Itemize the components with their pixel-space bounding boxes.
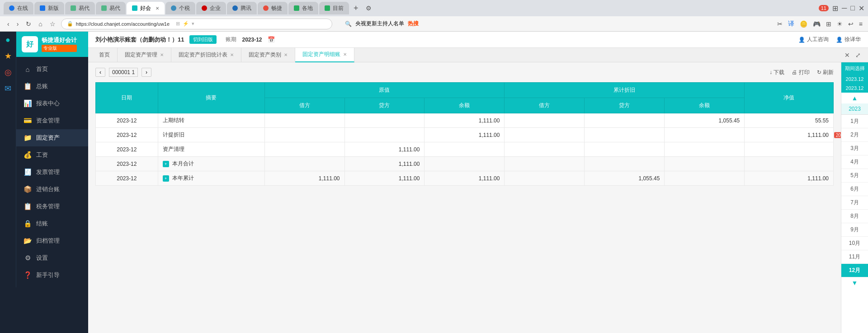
sidebar-item-fixed-assets[interactable]: 📁 固定资产 [16, 129, 88, 146]
user-button[interactable]: 👤 徐译华 [836, 36, 861, 43]
tab-favicon-yidai2 [101, 5, 107, 11]
browser-tab-geshui[interactable]: 个税 [165, 2, 195, 14]
tab-favicon-haohui [132, 5, 137, 11]
row2-summary[interactable]: 计提折旧 [158, 128, 264, 142]
forward-button[interactable]: › [15, 19, 21, 28]
period-month-5[interactable]: 5月 [841, 169, 868, 183]
bookmark-button[interactable]: ☆ [48, 19, 57, 28]
hot-search-label[interactable]: 热搜 [408, 20, 419, 28]
sidebar-item-payroll[interactable]: 💰 工资 [16, 146, 88, 164]
refresh-button[interactable]: ↻ 刷新 [817, 69, 834, 76]
browser-tab-changjie[interactable]: 畅捷 [258, 2, 288, 14]
browser-tab-qiye[interactable]: 企业 [196, 2, 226, 14]
period-month-9[interactable]: 9月 [841, 223, 868, 237]
page-tab-detail-label: 固定资产明细账 [302, 51, 340, 58]
close-window-icon[interactable]: ✕ [859, 4, 864, 13]
period-month-11[interactable]: 11月 [841, 250, 868, 264]
new-tab-button[interactable]: + [350, 4, 362, 13]
sidebar-item-closing[interactable]: 🔒 结账 [16, 215, 88, 232]
page-tab-asset-category[interactable]: 固定资产类别 ✕ [241, 48, 295, 62]
back-button[interactable]: ‹ [5, 19, 11, 28]
browser-tab-yidai1[interactable]: 易代 [65, 2, 95, 14]
undo-icon[interactable]: ↩ [848, 20, 854, 28]
sidebar-extra-icon-4[interactable]: ✉ [5, 84, 11, 94]
home-button[interactable]: ⌂ [37, 19, 44, 28]
sidebar-extra-icon-3[interactable]: ◎ [5, 67, 12, 77]
logo-symbol: 好 [26, 40, 33, 49]
scissors-icon[interactable]: ✂ [777, 20, 783, 28]
report-icon: 📊 [24, 99, 32, 108]
page-tab-category-close[interactable]: ✕ [284, 52, 288, 57]
tab-favicon-tengxun [232, 5, 238, 11]
reload-button[interactable]: ↻ [24, 19, 33, 28]
download-button[interactable]: ↓ 下载 [769, 69, 784, 76]
sidebar-extra-icon-2[interactable]: ★ [5, 51, 12, 61]
payroll-icon: 💰 [24, 151, 32, 159]
expand-icon[interactable]: ⤢ [855, 52, 861, 59]
browser-tab-haohui[interactable]: 好会 ✕ [127, 2, 165, 14]
period-month-1[interactable]: 1月 [841, 115, 868, 128]
period-month-8[interactable]: 8月 [841, 210, 868, 223]
page-tab-asset-management[interactable]: 固定资产管理 ✕ [118, 48, 171, 62]
app-container: ● ★ ◎ ✉ 好 畅捷通好会计 专业版 ⌂ [0, 32, 868, 333]
browser-tab-muqian[interactable]: 目前 [319, 2, 349, 14]
browser-toolbar: ‹ › ↻ ⌂ ☆ 🔒 https://cloud.chanjet.com/ac… [0, 16, 868, 32]
settings-icon[interactable]: ⚙ [363, 5, 374, 12]
sidebar-item-tax[interactable]: 📋 税务管理 [16, 198, 88, 215]
period-month-6[interactable]: 6月 [841, 183, 868, 196]
row1-summary[interactable]: 上期结转 [158, 113, 264, 128]
menu-icon[interactable]: ≡ [859, 20, 863, 28]
period-month-7[interactable]: 7月 [841, 196, 868, 210]
sidebar-item-invoice[interactable]: 🧾 发票管理 [16, 164, 88, 181]
browser-tab-new[interactable]: 新版 [34, 2, 64, 14]
maximize-icon[interactable]: □ [850, 4, 855, 12]
sidebar-item-settings[interactable]: ⚙ 设置 [16, 249, 88, 267]
period-month-10[interactable]: 10月 [841, 237, 868, 250]
coin-icon[interactable]: 🪙 [800, 20, 807, 28]
sidebar-item-guide[interactable]: ❓ 新手引导 [16, 267, 88, 284]
notification-badge[interactable]: 11 [819, 5, 829, 11]
period-scroll-up[interactable]: ▲ [841, 93, 868, 103]
table-row: 2023-12 资产清理 1,111.00 [96, 142, 834, 157]
consult-button[interactable]: 👤 人工咨询 [798, 36, 829, 43]
browser-tab-tengxun[interactable]: 腾讯 [227, 2, 257, 14]
sidebar-item-report-center[interactable]: 📊 报表中心 [16, 95, 88, 112]
sidebar-extra-icon-1[interactable]: ● [5, 35, 10, 45]
page-tab-detail-close[interactable]: ✕ [343, 52, 347, 57]
period-scroll-down[interactable]: ▼ [841, 277, 868, 288]
grid-icon[interactable]: ⊞ [826, 20, 831, 28]
translate-icon[interactable]: 译 [788, 20, 794, 28]
period-month-2[interactable]: 2月 [841, 128, 868, 142]
sidebar-item-archive[interactable]: 📂 归档管理 [16, 232, 88, 249]
period-month-12[interactable]: 12月 [841, 264, 868, 277]
page-tab-depr-stats-close[interactable]: ✕ [230, 52, 234, 57]
close-all-tabs-icon[interactable]: ✕ [844, 52, 850, 59]
sidebar-item-home[interactable]: ⌂ 首页 [16, 61, 88, 78]
print-button[interactable]: 🖨 打印 [792, 69, 809, 76]
page-tab-depreciation-stats[interactable]: 固定资产折旧统计表 ✕ [171, 48, 241, 62]
browser-tab-online[interactable]: 在线 [4, 2, 33, 14]
row3-net-value [745, 142, 834, 157]
switch-version-button[interactable]: 切到旧版 [189, 35, 217, 44]
period-year[interactable]: 2023 [841, 103, 868, 115]
page-tab-asset-detail[interactable]: 固定资产明细账 ✕ [295, 48, 354, 62]
tab-close-haohui[interactable]: ✕ [156, 6, 159, 11]
row3-summary[interactable]: 资产清理 [158, 142, 264, 157]
sidebar-item-fund-management[interactable]: 💳 资金管理 [16, 112, 88, 129]
prev-page-button[interactable]: ‹ [95, 68, 105, 77]
next-page-button[interactable]: › [142, 68, 151, 77]
brightness-icon[interactable]: ☀ [837, 20, 843, 28]
minimize-icon[interactable]: ─ [842, 4, 847, 12]
gamepad-icon[interactable]: 🎮 [813, 20, 821, 28]
sidebar-item-purchase-sales[interactable]: 📦 进销台账 [16, 181, 88, 198]
browser-tab-gedi[interactable]: 各地 [288, 2, 318, 14]
address-bar[interactable]: 🔒 https://cloud.chanjet.com/accounting/u… [61, 19, 332, 29]
period-month-3[interactable]: 3月 [841, 142, 868, 155]
period-month-4[interactable]: 4月 [841, 155, 868, 169]
logo-icon: 好 [22, 36, 38, 52]
page-tab-asset-mgmt-close[interactable]: ✕ [160, 52, 164, 57]
calendar-icon[interactable]: 📅 [268, 36, 275, 43]
browser-tab-yidai2[interactable]: 易代 [96, 2, 126, 14]
page-tab-home[interactable]: 首页 [92, 48, 118, 62]
sidebar-item-general-ledger[interactable]: 📋 总账 [16, 78, 88, 95]
